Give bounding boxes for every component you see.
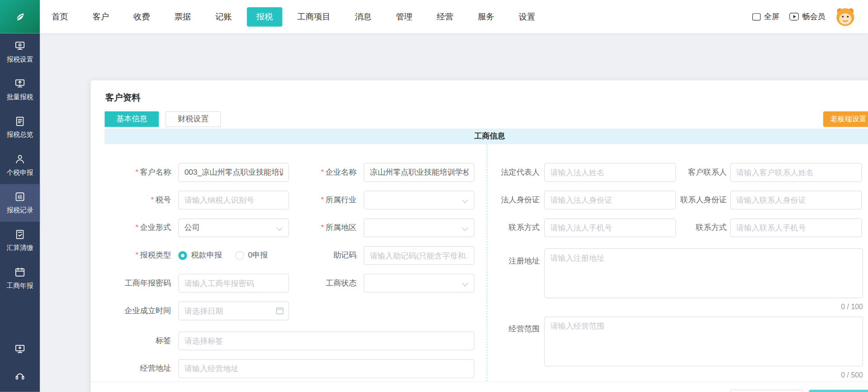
annual-password-input[interactable] — [178, 274, 289, 293]
customer-contact-input[interactable] — [730, 163, 862, 182]
chevron-down-icon — [462, 280, 468, 287]
chevron-down-icon — [462, 197, 468, 203]
sidebar-label: 工商年报 — [7, 281, 33, 290]
legal-id-input[interactable] — [544, 191, 676, 210]
nav-item-operations[interactable]: 经营 — [427, 7, 462, 26]
legal-id-label: 法人身份证 — [487, 195, 540, 205]
cancel-button[interactable]: 取 消 — [730, 389, 803, 392]
personal-tax-icon — [14, 153, 25, 164]
mnemonic-label: 助记码 — [289, 250, 356, 260]
legal-person-input[interactable] — [544, 163, 676, 182]
nav-item-bookkeeping[interactable]: 记账 — [206, 7, 241, 26]
form-row: 标签 — [104, 327, 486, 354]
sidebar-item-personal-tax[interactable]: 个税申报 — [0, 146, 40, 184]
member-button[interactable]: 畅会员 — [789, 12, 826, 22]
calendar-icon — [276, 308, 283, 315]
sidebar-label: 汇算清缴 — [7, 243, 33, 253]
radio-tax-declare[interactable]: 税款申报 — [178, 250, 222, 260]
nav-item-customers[interactable]: 客户 — [83, 7, 118, 26]
sidebar-item-tax-overview[interactable]: 报税总览 — [0, 109, 40, 146]
nav-item-messages[interactable]: 消息 — [345, 7, 381, 26]
sidebar-item-batch-filing[interactable]: 批量报税 — [0, 71, 40, 109]
form-row: 经营范围 0 / 500 — [487, 316, 868, 379]
contact-phone-label: 联系方式 — [676, 223, 727, 233]
tax-records-icon: 税 — [14, 191, 25, 202]
app-window: 首页 客户 收费 票据 记账 报税 工商项目 消息 管理 经营 服务 设置 全屏… — [0, 0, 868, 392]
company-form-select[interactable]: 公司 — [178, 218, 289, 237]
nav-item-billing[interactable]: 收费 — [124, 7, 159, 26]
nav-item-home[interactable]: 首页 — [42, 7, 77, 26]
nav-item-management[interactable]: 管理 — [387, 7, 422, 26]
svg-text:税: 税 — [18, 194, 23, 199]
business-scope-textarea[interactable] — [544, 316, 863, 366]
tab-finance-tax-settings[interactable]: 财税设置 — [165, 111, 221, 127]
customer-name-input[interactable] — [178, 163, 289, 182]
play-member-icon — [789, 13, 799, 20]
region-label: 所属地区 — [289, 223, 356, 233]
annual-password-label: 工商年报密码 — [104, 278, 171, 288]
customer-name-label: 客户名称 — [104, 167, 171, 177]
sidebar-item-tax-records[interactable]: 税 报税记录 — [0, 184, 40, 222]
mnemonic-input[interactable] — [363, 246, 474, 265]
main-content-area: 客户资料 ✕ 基本信息 财税设置 老板端设置 工商信息 客户名称 企业名称 — [40, 33, 868, 392]
nav-item-settings[interactable]: 设置 — [509, 7, 545, 26]
tax-overview-icon — [14, 115, 25, 126]
download-icon — [14, 344, 25, 354]
form-row: 法定代表人 客户联系人 — [487, 158, 868, 186]
form-row: 法人身份证 联系人身份证 — [487, 186, 868, 214]
boss-side-settings-button[interactable]: 老板端设置 — [823, 111, 868, 127]
registered-address-counter: 0 / 100 — [544, 303, 863, 311]
sidebar-item-support[interactable] — [0, 363, 40, 389]
form-left-pane: 客户名称 企业名称 税号 所属行业 — [104, 144, 486, 381]
radio-zero-declare[interactable]: 0申报 — [235, 250, 268, 260]
business-address-label: 经营地址 — [104, 363, 171, 373]
main-nav: 首页 客户 收费 票据 记账 报税 工商项目 消息 管理 经营 服务 设置 — [42, 7, 545, 26]
form-row: 注册地址 0 / 100 — [487, 249, 868, 311]
business-status-select[interactable] — [363, 274, 474, 293]
sidebar-label: 报税总览 — [7, 130, 33, 139]
batch-filing-icon — [14, 78, 25, 89]
modal-tabs: 基本信息 财税设置 — [104, 111, 221, 127]
tax-type-radio-group: 税款申报 0申报 — [178, 250, 289, 260]
tab-basic-info[interactable]: 基本信息 — [104, 111, 159, 127]
company-name-label: 企业名称 — [289, 167, 356, 177]
sidebar-item-annual-report[interactable]: 工商年报 — [0, 259, 40, 297]
fullscreen-button[interactable]: 全屏 — [752, 12, 779, 22]
contact-id-input[interactable] — [730, 191, 862, 210]
industry-select[interactable] — [363, 191, 474, 210]
tags-input[interactable] — [178, 331, 474, 350]
sidebar-item-tax-settings[interactable]: 报税设置 — [0, 33, 40, 71]
sidebar-item-final-settlement[interactable]: 汇算清缴 — [0, 222, 40, 259]
nav-item-invoices[interactable]: 票据 — [165, 7, 200, 26]
nav-item-services[interactable]: 服务 — [468, 7, 504, 26]
company-name-input[interactable] — [363, 163, 474, 182]
nav-item-business-projects[interactable]: 工商项目 — [288, 7, 340, 26]
contact-phone-input[interactable] — [730, 218, 862, 237]
company-form-select-value: 公司 — [179, 223, 206, 233]
form-row: 联系方式 联系方式 — [487, 214, 868, 242]
established-date-picker[interactable] — [178, 301, 289, 320]
sidebar-label: 报税设置 — [7, 55, 33, 64]
form-row: 企业成立时间 — [104, 297, 486, 325]
form-row: 工商年报密码 工商状态 — [104, 269, 486, 297]
legal-phone-input[interactable] — [544, 218, 676, 237]
established-date-input[interactable] — [178, 301, 289, 320]
nav-item-tax-filing[interactable]: 报税 — [247, 7, 282, 26]
chevron-down-icon — [276, 225, 283, 231]
business-scope-counter: 0 / 500 — [544, 371, 863, 379]
avatar[interactable] — [835, 7, 855, 27]
modal-title: 客户资料 — [105, 92, 141, 104]
save-button[interactable]: 保 存 — [809, 389, 868, 392]
sidebar-item-download[interactable] — [0, 336, 40, 363]
app-logo[interactable] — [0, 0, 40, 33]
tax-number-input[interactable] — [178, 191, 289, 210]
region-select[interactable] — [363, 218, 474, 237]
top-navigation-bar: 首页 客户 收费 票据 记账 报税 工商项目 消息 管理 经营 服务 设置 全屏… — [0, 0, 868, 33]
registered-address-textarea[interactable] — [544, 249, 863, 298]
radio-label: 0申报 — [248, 250, 268, 260]
form-row: 经营地址 — [104, 355, 486, 382]
business-address-input[interactable] — [178, 359, 474, 378]
business-status-label: 工商状态 — [289, 278, 356, 288]
industry-label: 所属行业 — [289, 195, 356, 205]
topbar-right-tools: 全屏 畅会员 — [752, 0, 855, 33]
